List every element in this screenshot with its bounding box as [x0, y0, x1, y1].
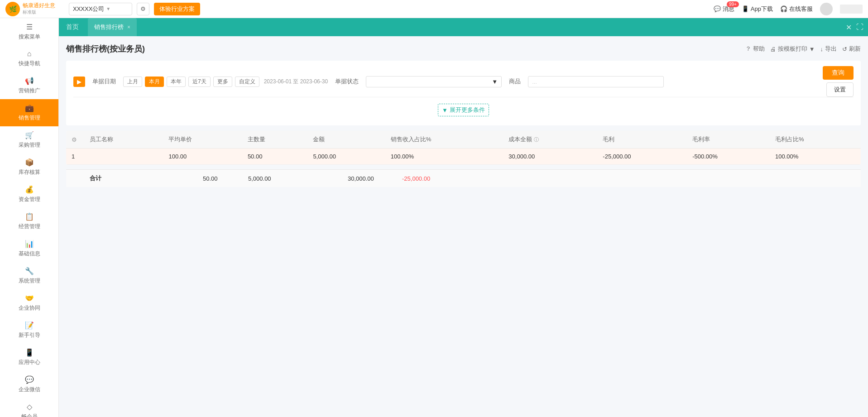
filter-toggle-btn[interactable]: ▶: [73, 77, 85, 87]
tab-home[interactable]: 首页: [59, 18, 86, 36]
filter-section: ▶ 单据日期 上月 本月 本年 近7天 更多 自定义 2023-06-01 至 …: [66, 61, 861, 125]
refresh-label: 刷新: [849, 45, 861, 53]
th-gross-rate: 毛利率: [687, 131, 770, 149]
table-footer: 合计 50.00 5,000.00 30,000.00 -25,000.00: [66, 169, 861, 187]
th-employee-name: 员工名称: [84, 131, 163, 149]
th-gross-profit: 毛利: [597, 131, 687, 149]
help-button[interactable]: ？ 帮助: [745, 45, 765, 53]
date-btn-more[interactable]: 更多: [213, 77, 232, 87]
print-dropdown-icon: ▼: [809, 46, 815, 53]
sidebar-item-label: 系统管理: [19, 277, 40, 285]
th-avg-price: 平均单价: [163, 131, 242, 149]
goods-input[interactable]: ...: [528, 76, 664, 87]
logo-sub: 标准版: [23, 9, 55, 15]
online-service-label: 在线客服: [789, 5, 813, 13]
content-area: 首页 销售排行榜 × ✕ ⛶ 销售排行榜(按业务员) ？: [59, 18, 868, 417]
settings-icon-button[interactable]: ⚙: [137, 3, 149, 15]
th-gross-rate-label: 毛利率: [692, 136, 710, 143]
cell-gross-ratio: 100.00%: [770, 149, 861, 165]
sidebar-item-search[interactable]: ☰ 搜索菜单: [0, 18, 58, 45]
main-content: 销售排行榜(按业务员) ？ 帮助 🖨 按模板打印 ▼ ↓: [59, 36, 868, 417]
sidebar-item-marketing[interactable]: 📢 营销推广: [0, 72, 58, 99]
page-header: 销售排行榜(按业务员) ？ 帮助 🖨 按模板打印 ▼ ↓: [66, 43, 861, 54]
tab-bar: 首页 销售排行榜 × ✕ ⛶: [59, 18, 868, 36]
message-icon: 💬: [714, 5, 721, 12]
query-button[interactable]: 查询: [823, 66, 854, 80]
th-sales-ratio: 销售收入占比%: [385, 131, 504, 149]
user-name: [840, 5, 863, 14]
footer-gross-profit: -25,000.00: [402, 175, 456, 182]
print-button[interactable]: 🖨 按模板打印 ▼: [770, 45, 815, 53]
company-name: XXXXX公司: [73, 5, 104, 13]
sidebar-item-basic-info[interactable]: 📊 基础信息: [0, 235, 58, 262]
export-label: 导出: [825, 45, 837, 53]
tab-fullscreen-icon[interactable]: ⛶: [856, 23, 863, 31]
sidebar-item-label: 应用中心: [19, 359, 40, 366]
tab-sales-ranking[interactable]: 销售排行榜 ×: [88, 18, 137, 36]
expand-more-btn[interactable]: ▼ 展开更多条件: [438, 104, 489, 116]
goods-placeholder: ...: [532, 78, 537, 85]
online-service-button[interactable]: 🎧 在线客服: [780, 5, 813, 13]
tab-window-close-icon[interactable]: ✕: [846, 23, 852, 32]
sidebar-item-nav[interactable]: ⌂ 快捷导航: [0, 45, 58, 72]
sidebar-item-inventory[interactable]: 📦 库存核算: [0, 153, 58, 181]
sidebar-item-label: 企业协同: [19, 304, 40, 312]
app-download-label: App下载: [751, 5, 773, 13]
sidebar-item-guide[interactable]: 📝 新手引导: [0, 316, 58, 344]
th-main-qty: 主数量: [242, 131, 308, 149]
sidebar-item-purchase[interactable]: 🛒 采购管理: [0, 126, 58, 153]
column-settings-icon[interactable]: ⚙: [72, 136, 77, 143]
tab-label: 销售排行榜: [94, 23, 124, 31]
date-btn-7days[interactable]: 近7天: [188, 77, 211, 87]
inventory-icon: 📦: [25, 158, 34, 167]
setting-button[interactable]: 设置: [826, 82, 854, 97]
user-avatar: [820, 3, 833, 15]
help-label: 帮助: [753, 45, 765, 53]
guide-icon: 📝: [25, 321, 34, 330]
sidebar-item-operations[interactable]: 📋 经营管理: [0, 208, 58, 235]
sidebar-item-app-center[interactable]: 📱 应用中心: [0, 344, 58, 371]
sidebar-item-system[interactable]: 🔧 系统管理: [0, 262, 58, 289]
sidebar-item-vip[interactable]: ◇ 畅会员: [0, 398, 58, 417]
experience-button[interactable]: 体验行业方案: [154, 3, 200, 15]
sidebar-item-label: 营销推广: [19, 87, 40, 95]
cell-gross-rate: -500.00%: [687, 149, 770, 165]
header-actions: ？ 帮助 🖨 按模板打印 ▼ ↓ 导出 ↺: [745, 45, 861, 53]
app-download-button[interactable]: 📱 App下载: [742, 5, 773, 13]
status-select[interactable]: ▼: [366, 76, 502, 87]
operations-icon: 📋: [25, 212, 34, 221]
data-table: ⚙ 员工名称 平均单价 主数量: [66, 131, 861, 165]
sidebar-item-finance[interactable]: 💰 资金管理: [0, 181, 58, 208]
date-btn-this-month[interactable]: 本月: [145, 77, 164, 87]
refresh-button[interactable]: ↺ 刷新: [842, 45, 861, 53]
top-bar: 🌿 畅康通好生意 标准版 XXXXX公司 ▼ ⚙ 体验行业方案 💬 消息 99+…: [0, 0, 868, 18]
th-employee-label: 员工名称: [90, 136, 113, 143]
sidebar-item-sales[interactable]: 💼 销售管理: [0, 99, 58, 126]
filter-toggle-icon: ▶: [77, 78, 82, 85]
cell-avg-price: 100.00: [163, 149, 242, 165]
date-btn-custom[interactable]: 自定义: [235, 77, 259, 87]
cost-help-icon[interactable]: ⓘ: [534, 137, 539, 142]
tab-close-icon[interactable]: ×: [127, 24, 130, 30]
headset-icon: 🎧: [780, 5, 787, 12]
wechat-icon: 💬: [25, 375, 34, 384]
th-gross-ratio-label: 毛利占比%: [775, 136, 804, 143]
basic-info-icon: 📊: [25, 240, 34, 248]
company-selector[interactable]: XXXXX公司 ▼: [69, 3, 132, 15]
message-button[interactable]: 💬 消息 99+: [714, 5, 734, 13]
th-cost-label: 成本全额: [508, 136, 532, 143]
cell-name: [84, 149, 163, 165]
footer-amount: 5,000.00: [248, 175, 293, 182]
th-amount: 金额: [307, 131, 385, 149]
th-amount-label: 金额: [313, 136, 325, 143]
sidebar-item-wechat[interactable]: 💬 企业微信: [0, 371, 58, 398]
table-section: ⚙ 员工名称 平均单价 主数量: [66, 131, 861, 165]
date-btn-this-year[interactable]: 本年: [167, 77, 186, 87]
date-btn-last-month[interactable]: 上月: [123, 77, 142, 87]
export-button[interactable]: ↓ 导出: [820, 45, 837, 53]
sidebar-item-collaboration[interactable]: 🤝 企业协同: [0, 289, 58, 316]
th-gross-ratio: 毛利占比%: [770, 131, 861, 149]
sidebar: ☰ 搜索菜单 ⌂ 快捷导航 📢 营销推广 💼 销售管理 🛒 采购管理 📦 库: [0, 18, 59, 417]
top-bar-right: 💬 消息 99+ 📱 App下载 🎧 在线客服: [714, 3, 863, 15]
logo-area: 🌿 畅康通好生意 标准版: [5, 2, 64, 16]
